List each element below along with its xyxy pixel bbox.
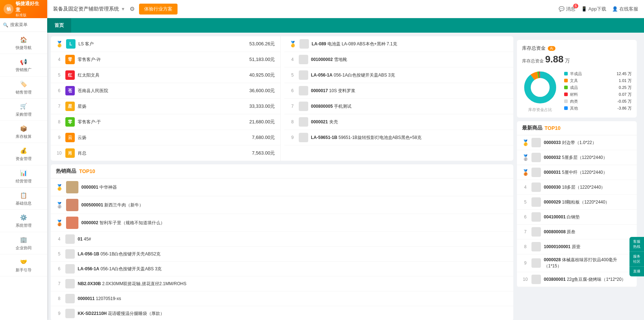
list-item: 4 001000002 雪地靴 [284,52,514,67]
legend-item: 肉类 -0.05 万 [564,99,632,104]
message-badge: 6 [573,4,578,8]
legend-color-dot [564,99,568,103]
product-item: 5 LA-056-1B 056-1B白色按键开关壳ABS2克 [51,247,513,262]
new-products-card: 最新商品 TOP10 🥇 0000033 封边带（1.0*22） 🥈 00000… [517,121,637,287]
system-icon: ⚙️ [20,213,28,221]
avatar: L [66,39,76,49]
new-product-item: 6 004100001 白钢垫 [517,210,637,225]
sidebar-item-base-info[interactable]: 📋 基础信息 [0,188,47,210]
product-icon [299,55,308,64]
hot-products-right-list: 🥇 LA-089 电池盖 LA-089 ABS本色+黑种 7.1克 4 0010… [284,36,514,161]
sidebar-item-marketing[interactable]: 📢 营销推广 [0,54,47,76]
donut-chart-area: 库存资金占比 半成品 12.45 万 文具 [522,69,632,112]
product-item: 🥇 0000001 中华神器 [51,179,513,196]
logo-text: 畅捷通好生意 标准版 [16,1,44,18]
product-icon [531,153,541,162]
product-image [66,181,78,193]
app-download-button[interactable]: 📱 App下载 [581,6,606,12]
base-info-icon: 📋 [20,191,28,199]
list-item: 5 红 红太阳文具 40,925.00元 [51,67,280,83]
sidebar-item-operations[interactable]: 📊 经营管理 [0,165,47,188]
product-icon [531,168,541,177]
medal-icon: 🥇 [289,41,297,48]
stock-card: 库存总资金 Ai 库存总资金 9.88 万 [517,40,637,118]
product-item: 4 01 45# [51,232,513,247]
product-item: 9 KK-SD22110H 花语暖慢温分腿睡袋（厚款） [51,306,513,320]
sidebar-item-purchase[interactable]: 🛒 采购管理 [0,99,47,121]
sidebar-item-enterprise[interactable]: 🏢 企业协同 [0,232,47,254]
legend-item: 文具 1.01 万 [564,78,632,83]
legend-item: 材料 0.07 万 [564,92,632,97]
medal-icon: 🥇 [522,139,529,146]
sidebar-nav: 🏠 快捷导航 📢 营销推广 🏷️ 销售管理 🛒 采购管理 📦 库存核算 💰 资金… [0,32,47,320]
legend-item: 半成品 12.45 万 [564,71,632,77]
stock-legend: 半成品 12.45 万 文具 1.01 万 [564,71,632,111]
service-community-button[interactable]: 服务社区 [629,252,644,267]
avatar: 红 [65,70,75,80]
product-icon [299,39,309,49]
product-icon [531,275,541,284]
sidebar-item-quick-nav[interactable]: 🏠 快捷导航 [0,32,47,54]
search-menu[interactable]: 🔍 搜索菜单 [0,18,47,32]
stock-ratio-label: 库存资金占比 [522,107,558,112]
product-icon [299,133,308,142]
service-icon: 👤 [612,6,618,12]
finance-icon: 💰 [20,147,28,155]
new-product-item: 5 0000029 18颗粒板（1220*2440） [517,195,637,210]
medal-icon: 🥉 [56,220,63,226]
product-icon [299,148,308,158]
product-icon [299,117,308,127]
legend-color-dot [564,79,568,82]
list-item: 🥇 L LS 客户 53,006.26元 [51,36,280,52]
legend-color-dot [564,93,568,96]
messages-button[interactable]: 💬 消息 6 [559,6,575,12]
product-icon [299,86,308,95]
settings-icon[interactable]: ⚙ [130,5,135,12]
product-item: 7 NB2.0X30B 2.0X30MM双搓花轴,搓花直径2.1MM/ROHS [51,276,513,291]
online-service-button[interactable]: 👤 在线客服 [612,6,638,12]
product-icon [531,182,541,192]
product-item: 🥈 000500001 新西兰牛肉（新牛） [51,196,513,214]
product-icon [531,138,541,147]
product-icon [531,227,541,237]
trial-button[interactable]: 体验行业方案 [139,4,178,15]
sidebar-item-guide[interactable]: 🤝 新手引导 [0,254,47,276]
avatar: 苍 [65,86,75,95]
col-left: 🥇 L LS 客户 53,006.26元 4 零 零售客户-许 51,183. [51,36,513,320]
content-main: 🥇 L LS 客户 53,006.26元 4 零 零售客户-许 51,183. [47,33,644,320]
sidebar-item-sales[interactable]: 🏷️ 销售管理 [0,77,47,99]
list-item: 🥇 LA-089 电池盖 LA-089 ABS本色+黑种 7.1克 [284,36,514,52]
avatar: 星 [65,102,75,111]
sidebar-item-finance[interactable]: 💰 资金管理 [0,143,47,165]
sidebar-item-system[interactable]: ⚙️ 系统管理 [0,210,47,232]
legend-color-dot [564,72,568,75]
system-title[interactable]: 装备及固定资产辅助管理系统 ▼ [53,6,125,12]
product-icon [65,294,75,303]
medal-icon: 🥇 [56,184,63,191]
list-item: 6 0000017 10S 变料罗浆 [284,83,514,99]
main-area: 装备及固定资产辅助管理系统 ▼ ⚙ 体验行业方案 💬 消息 6 📱 App下载 … [47,0,644,320]
product-icon [65,309,75,318]
new-product-item: 🥈 0000032 5厘多层（1220*2440） [517,150,637,165]
list-item: 7 星 星扬 33,333.00元 [51,99,280,114]
product-icon [531,197,541,207]
guide-icon: 🤝 [20,258,28,266]
new-product-item: 9 0000028 体械嘉枝味苏打饮品400毫升（1*15） [517,254,637,272]
legend-item: 其他 -3.86 万 [564,106,632,111]
new-product-item: 🥇 0000033 封边带（1.0*22） [517,135,637,150]
list-item: 9 LA-59651-1B 59651-1B旋转投影灯电池盒ABS黑色+58克 [284,130,514,145]
sidebar: 畅 畅捷通好生意 标准版 🔍 搜索菜单 🏠 快捷导航 📢 营销推广 🏷️ 销售管… [0,0,47,320]
purchase-icon: 🛒 [20,102,28,110]
list-item [284,145,514,161]
sidebar-item-inventory[interactable]: 📦 库存核算 [0,121,47,143]
new-product-item: 7 000800008 原叁 [517,225,637,239]
enterprise-icon: 🏢 [20,236,28,244]
product-icon [65,279,75,288]
product-icon [65,264,75,274]
customer-service-button[interactable]: 客服热线 [629,237,644,252]
tab-home[interactable]: 首页 [47,18,71,33]
avatar: 肖 [65,148,75,158]
list-item: 8 零 零售客户-于 21,680.00元 [51,114,280,130]
live-button[interactable]: 直播 [629,267,644,276]
search-icon: 🔍 [3,22,8,28]
